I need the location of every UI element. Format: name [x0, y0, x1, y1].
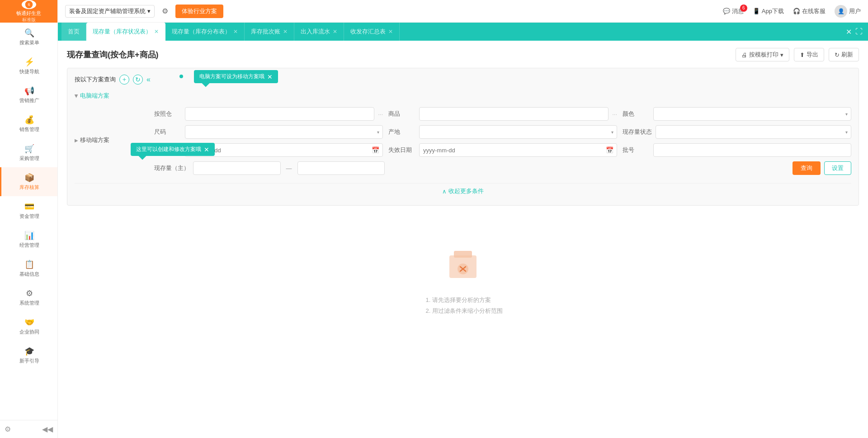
warehouse-label: 按照仓	[154, 110, 181, 118]
warehouse-input[interactable]	[185, 107, 374, 121]
tab-inventory-dist[interactable]: 现存量（库存分布表） ✕	[165, 23, 245, 41]
tab-batch-account-close[interactable]: ✕	[283, 28, 288, 35]
collapse-bar[interactable]: ∧ 收起更多条件	[75, 183, 851, 199]
settings-bottom-icon[interactable]: ⚙	[5, 425, 11, 433]
logo-text: 畅通好生意	[16, 10, 41, 17]
collapse-up-icon: ∧	[442, 188, 447, 195]
tab-summary-close[interactable]: ✕	[388, 28, 393, 35]
expire-date-calendar-icon[interactable]: 📅	[606, 146, 613, 154]
template-print-button[interactable]: 🖨 按模板打印 ▾	[736, 48, 789, 61]
sidebar-item-enterprise[interactable]: 🤝 企业协同	[0, 312, 57, 341]
chevron-down-icon: ▾	[780, 52, 783, 58]
collapse-sidebar-icon[interactable]: ◀◀	[42, 425, 53, 433]
tab-inventory-status[interactable]: 现存量（库存状况表） ✕	[86, 23, 165, 41]
stock-qty-max-input[interactable]	[297, 161, 385, 175]
user-avatar: 👤	[835, 5, 847, 18]
search-icon: 🔍	[24, 28, 34, 38]
stock-status-select[interactable]	[656, 125, 851, 139]
color-label: 颜色	[623, 110, 650, 118]
search-button[interactable]: 查询	[793, 161, 821, 175]
sidebar-bottom: ⚙ ◀◀	[0, 420, 57, 438]
origin-select[interactable]	[419, 125, 617, 139]
tab-inout-flow-close[interactable]: ✕	[333, 28, 337, 35]
origin-field: 产地 ▾	[388, 125, 617, 139]
scheme-pc-label: 电脑端方案	[80, 92, 109, 100]
search-actions: 查询 设置	[390, 161, 851, 175]
sidebar-item-marketing[interactable]: 📢 营销推广	[0, 80, 57, 109]
sidebar-item-quick-nav[interactable]: ⚡ 快捷导航	[0, 52, 57, 80]
product-field: 商品 ···	[388, 107, 617, 121]
produce-date-calendar-icon[interactable]: 📅	[372, 146, 379, 154]
batch-input[interactable]	[653, 143, 851, 157]
sidebar-item-search[interactable]: 🔍 搜索菜单	[0, 23, 57, 52]
sidebar-item-newbie[interactable]: 🎓 新手引导	[0, 341, 57, 370]
scheme-edit-close[interactable]: ✕	[204, 146, 209, 153]
tab-inout-flow-label: 出入库流水	[301, 28, 330, 36]
stock-qty-min-input[interactable]	[193, 161, 281, 175]
message-badge: 6	[740, 5, 747, 12]
origin-select-wrapper: ▾	[419, 125, 617, 139]
inventory-icon: 📦	[24, 173, 34, 183]
tab-home-label: 首页	[68, 28, 80, 36]
tab-inventory-dist-close[interactable]: ✕	[233, 28, 238, 35]
product-dots[interactable]: ···	[612, 111, 617, 118]
user-item[interactable]: 👤 用户	[835, 5, 861, 18]
svg-rect-3	[454, 251, 472, 258]
sidebar-item-sales[interactable]: 💰 销售管理	[0, 109, 57, 138]
range-separator: —	[284, 165, 294, 172]
tab-home[interactable]: 首页	[61, 23, 86, 41]
reset-button[interactable]: 设置	[824, 161, 851, 175]
app-logo: 6 畅通好生意 标准版	[0, 0, 57, 23]
sidebar-item-basic-info[interactable]: 📋 基础信息	[0, 254, 57, 283]
logo-sub: 标准版	[22, 17, 36, 23]
product-input[interactable]	[419, 107, 609, 121]
tab-batch-account[interactable]: 库存批次账 ✕	[245, 23, 294, 41]
filter-row-3: 生产日期 📅 失效日期 📅	[154, 143, 851, 157]
tab-summary-label: 收发存汇总表	[350, 28, 386, 36]
app-download-item[interactable]: 📱 App下载	[753, 7, 784, 15]
sidebar-item-purchase[interactable]: 🛒 采购管理	[0, 138, 57, 167]
sidebar-item-management[interactable]: 📊 经营管理	[0, 225, 57, 254]
color-select-wrapper: ▾	[653, 107, 851, 121]
close-tab-icon[interactable]: ✕	[846, 28, 852, 36]
system-selector[interactable]: 装备及固定资产辅助管理系统 ▾	[65, 5, 155, 18]
scheme-tooltip-close[interactable]: ✕	[267, 73, 273, 80]
experience-button[interactable]: 体验行业方案	[175, 5, 223, 18]
size-select-wrapper: ▾	[185, 125, 383, 139]
expire-date-input[interactable]	[419, 143, 617, 157]
color-select[interactable]	[653, 107, 851, 121]
headset-icon: 🎧	[793, 8, 800, 14]
dot-indicator	[179, 75, 183, 78]
scheme-edit-text: 这里可以创建和修改方案哦	[136, 146, 201, 153]
filter-add-button[interactable]: ＋	[119, 75, 129, 85]
sidebar-item-inventory[interactable]: 📦 库存核算	[0, 167, 57, 196]
maximize-tab-icon[interactable]: ⛶	[855, 28, 863, 36]
tab-inventory-status-close[interactable]: ✕	[154, 28, 159, 35]
sidebar: 6 畅通好生意 标准版 🔍 搜索菜单 ⚡ 快捷导航 📢 营销推广 💰 销售管理 …	[0, 0, 58, 438]
filter-refresh-button[interactable]: ↻	[133, 75, 143, 85]
app-download-label: App下载	[762, 7, 784, 15]
sidebar-item-system[interactable]: ⚙ 系统管理	[0, 283, 57, 312]
filter-label: 按以下方案查询	[75, 75, 116, 84]
refresh-button[interactable]: ↻ 刷新	[829, 48, 859, 61]
scheme-tree-pc[interactable]: ▶ 电脑端方案	[75, 90, 851, 102]
header-settings-btn[interactable]: ⚙	[158, 5, 172, 18]
tab-inout-flow[interactable]: 出入库流水 ✕	[294, 23, 344, 41]
warehouse-dots[interactable]: ···	[378, 111, 383, 118]
sidebar-item-finance[interactable]: 💳 资金管理	[0, 196, 57, 225]
tabs-bar-end: ✕ ⛶	[846, 28, 864, 36]
tab-summary[interactable]: 收发存汇总表 ✕	[344, 23, 400, 41]
filter-back-button[interactable]: «	[146, 75, 151, 84]
filter-section: 按以下方案查询 ＋ ↻ « 电脑方案可设为移动方案哦 ✕ ▶	[67, 68, 859, 206]
message-icon: 💬	[723, 8, 730, 14]
tabs-bar: 首页 现存量（库存状况表） ✕ 现存量（库存分布表） ✕ 库存批次账 ✕ 出入库…	[58, 23, 868, 41]
online-service-item[interactable]: 🎧 在线客服	[793, 7, 826, 15]
page-title-bar: 现存量查询(按仓库+商品) 🖨 按模板打印 ▾ ⬆ 导出 ↻ 刷新	[67, 48, 859, 61]
main-content: 装备及固定资产辅助管理系统 ▾ ⚙ 体验行业方案 💬 消息 6 📱 App下载 …	[58, 0, 868, 438]
message-item[interactable]: 💬 消息 6	[723, 7, 744, 15]
size-select[interactable]	[185, 125, 383, 139]
export-button[interactable]: ⬆ 导出	[794, 48, 824, 61]
filter-header: 按以下方案查询 ＋ ↻ « 电脑方案可设为移动方案哦 ✕	[75, 75, 851, 85]
sidebar-nav: 🔍 搜索菜单 ⚡ 快捷导航 📢 营销推广 💰 销售管理 🛒 采购管理 📦 库存核…	[0, 23, 57, 420]
size-label: 尺码	[154, 128, 181, 136]
